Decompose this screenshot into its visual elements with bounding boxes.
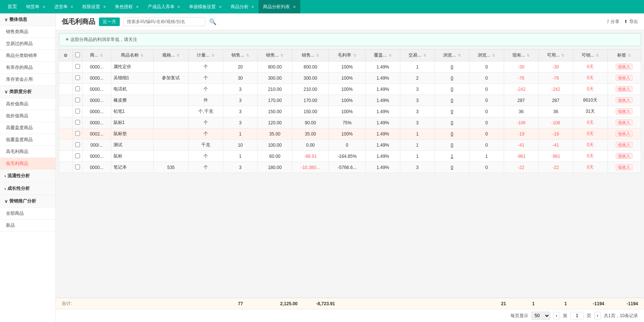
views1-cell[interactable]: 1 <box>435 151 469 162</box>
search-input[interactable] <box>124 17 205 26</box>
views2-cell: 0 <box>469 128 504 140</box>
checkbox-cell[interactable] <box>73 117 82 128</box>
nav-item-sales[interactable]: 销货单 ✕ <box>22 0 50 13</box>
views1-cell[interactable]: 0 <box>435 61 469 73</box>
select-all-checkbox[interactable] <box>75 52 80 57</box>
views1-cell[interactable]: 0 <box>435 117 469 128</box>
nav-item-roles[interactable]: 角色授权 ✕ <box>110 0 143 13</box>
checkbox-cell[interactable] <box>73 140 82 151</box>
sellable-days-col-header[interactable]: 可销... ⇅ <box>573 50 608 61</box>
views1-cell[interactable]: 0 <box>435 128 469 140</box>
per-page-select[interactable]: 50 100 200 <box>531 312 550 320</box>
gross-rate-col-header[interactable]: 毛利率 ⇅ <box>329 50 365 61</box>
tag-cell: 低收入 <box>608 140 641 151</box>
close-purchase-icon[interactable]: ✕ <box>70 5 73 9</box>
sidebar-group-overall[interactable]: ∨ 整体信息 <box>0 13 55 26</box>
close-template-icon[interactable]: ✕ <box>219 5 222 9</box>
row-checkbox[interactable] <box>75 142 80 147</box>
row-checkbox[interactable] <box>75 153 80 158</box>
nav-item-finished-goods[interactable]: 产成品入库单 ✕ <box>143 0 185 13</box>
close-product-analysis-icon[interactable]: ✕ <box>251 5 254 9</box>
sales-qty-col-header[interactable]: 销售... ⇅ <box>223 50 257 61</box>
unit-col-header[interactable]: 计量... ⇅ <box>188 50 223 61</box>
nav-item-purchase[interactable]: 进货单 ✕ <box>50 0 78 13</box>
checkbox-cell[interactable] <box>73 61 82 73</box>
row-checkbox[interactable] <box>75 165 80 169</box>
search-button[interactable]: 🔍 <box>209 18 217 25</box>
sidebar-item-category-rate[interactable]: 商品分类助销率 <box>0 50 55 62</box>
close-permissions-icon[interactable]: ✕ <box>103 5 106 9</box>
current-stock-col-header[interactable]: 现有... ⇅ <box>504 50 538 61</box>
views1-cell[interactable]: 0 <box>435 140 469 151</box>
checkbox-cell[interactable] <box>73 95 82 106</box>
sidebar-item-capital[interactable]: 库存资金占用 <box>0 74 55 86</box>
views1-cell[interactable]: 0 <box>435 95 469 106</box>
sidebar-item-low-coverage[interactable]: 低覆盖度商品 <box>0 134 55 146</box>
sidebar-item-new-goods[interactable]: 新品 <box>0 220 55 232</box>
available-stock-cell: -76 <box>538 73 573 84</box>
checkbox-cell[interactable] <box>73 162 82 173</box>
sidebar-group-marketing[interactable]: ∨ 营销推广分析 <box>0 195 55 208</box>
share-button[interactable]: ⤴ 分享 <box>607 19 619 25</box>
sidebar-item-low-value[interactable]: 低价值商品 <box>0 110 55 122</box>
checkbox-cell[interactable] <box>73 151 82 162</box>
nav-item-permissions[interactable]: 权限设置 ✕ <box>78 0 110 13</box>
checkbox-cell[interactable] <box>73 73 82 84</box>
export-button[interactable]: ⬆ 导出 <box>624 19 638 25</box>
transactions-col-header[interactable]: 交易... ⇅ <box>400 50 435 61</box>
sales-profit-col-header[interactable]: 销售... ⇅ <box>292 50 329 61</box>
checkbox-cell[interactable] <box>73 84 82 95</box>
sidebar-group-flow[interactable]: › 流通性分析 <box>0 170 55 182</box>
row-checkbox[interactable] <box>75 98 80 102</box>
sidebar-item-low-margin[interactable]: 低毛利商品 <box>0 158 55 170</box>
sales-amount-cell: 60.00 <box>257 151 292 162</box>
views1-cell[interactable]: 0 <box>435 106 469 117</box>
close-analysis-list-icon[interactable]: ✕ <box>293 5 296 9</box>
views1-col-header[interactable]: 浏览... ⇅ <box>435 50 469 61</box>
sales-amount-col-header[interactable]: 销售... ⇅ <box>257 50 292 61</box>
code-col-header[interactable]: 商... ⇅ <box>82 50 111 61</box>
date-filter-button[interactable]: 近一月 <box>99 17 120 26</box>
prev-page-button[interactable]: ‹ <box>553 312 560 319</box>
next-page-button[interactable]: › <box>594 312 601 319</box>
name-col-header[interactable]: 商品名称 ⇅ <box>111 50 154 61</box>
settings-col-header[interactable]: ⚙ <box>59 50 73 61</box>
sidebar-item-traded-goods[interactable]: 交易过的商品 <box>0 38 55 50</box>
content-header: 低毛利商品 近一月 🔍 ⤴ 分享 ⬆ 导出 <box>56 13 644 30</box>
checkbox-col-header[interactable] <box>73 50 82 61</box>
views1-cell[interactable]: 0 <box>435 73 469 84</box>
row-checkbox[interactable] <box>75 75 80 80</box>
nav-item-product-analysis[interactable]: 商品分析 ✕ <box>226 0 259 13</box>
sidebar-item-in-stock[interactable]: 有库存的商品 <box>0 62 55 74</box>
row-checkbox[interactable] <box>75 86 80 91</box>
sidebar-item-all-goods[interactable]: 全部商品 <box>0 208 55 220</box>
page-number-input[interactable] <box>570 312 584 319</box>
close-finished-icon[interactable]: ✕ <box>177 5 180 9</box>
row-checkbox[interactable] <box>75 109 80 114</box>
nav-item-analysis-list[interactable]: 商品分析列表 ✕ <box>259 0 300 13</box>
views1-cell[interactable]: 0 <box>435 162 469 173</box>
checkbox-cell[interactable] <box>73 128 82 140</box>
tag-col-header[interactable]: 标签 ⇅ <box>608 50 641 61</box>
close-sales-icon[interactable]: ✕ <box>42 5 45 9</box>
row-checkbox[interactable] <box>75 120 80 125</box>
views2-col-header[interactable]: 浏览... ⇅ <box>469 50 504 61</box>
sidebar-item-sales-goods[interactable]: 销售类商品 <box>0 26 55 38</box>
sidebar-item-high-coverage[interactable]: 高覆盖度商品 <box>0 122 55 134</box>
views1-cell[interactable]: 0 <box>435 84 469 95</box>
checkbox-cell[interactable] <box>73 106 82 117</box>
row-checkbox[interactable] <box>75 64 80 69</box>
row-checkbox[interactable] <box>75 131 80 136</box>
sidebar-group-cluster[interactable]: ∨ 类群度分析 <box>0 86 55 98</box>
sidebar-item-high-value[interactable]: 高价值商品 <box>0 98 55 110</box>
coverage-col-header[interactable]: 覆盖... ⇅ <box>366 50 400 61</box>
views2-cell: 0 <box>469 140 504 151</box>
nav-item-home[interactable]: 首页 <box>3 0 22 13</box>
nav-item-template[interactable]: 单据模板设置 ✕ <box>185 0 226 13</box>
close-roles-icon[interactable]: ✕ <box>136 5 139 9</box>
spec-col-header[interactable]: 规格... ⇅ <box>154 50 189 61</box>
coverage-cell: 1.49% <box>366 106 400 117</box>
sidebar-item-high-margin[interactable]: 高毛利商品 <box>0 146 55 158</box>
available-stock-col-header[interactable]: 可用... ⇅ <box>538 50 573 61</box>
sidebar-group-growth[interactable]: › 成长性分析 <box>0 182 55 195</box>
